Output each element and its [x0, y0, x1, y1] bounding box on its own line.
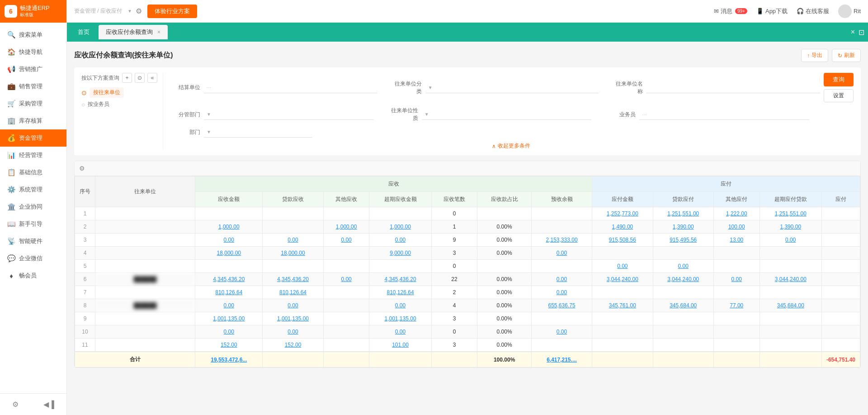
cell-num-link[interactable]: 0.00	[323, 273, 369, 286]
cell-num-link[interactable]: 915,508.56	[592, 234, 653, 247]
cell-num-link[interactable]: 4,345,436.20	[369, 273, 431, 286]
cell-num-link[interactable]: 152.00	[263, 339, 323, 352]
cell-num-link[interactable]: 655,636.75	[531, 299, 592, 312]
cell-num-link[interactable]: 1,001,135.00	[195, 312, 263, 325]
cell-num-link[interactable]: 100.00	[713, 220, 760, 234]
cell-num-link[interactable]: 0.00	[531, 273, 592, 286]
tab-home[interactable]: 首页	[71, 25, 97, 39]
window-expand-icon[interactable]: ⊡	[859, 28, 864, 37]
cell-num-link[interactable]: 3,044,240.00	[760, 273, 821, 286]
sidebar-item-hardware[interactable]: 📡 智能硬件	[0, 233, 66, 250]
cell-num-link[interactable]: 810,126.64	[195, 286, 263, 299]
solution-button[interactable]: 体验行业方案	[147, 5, 197, 18]
footer-yingshou-amount[interactable]: 19,553,472,6...	[195, 352, 263, 367]
query-type1-item[interactable]: ⊙ 按往来单位	[81, 87, 157, 98]
cell-num-link[interactable]: 0.00	[323, 234, 369, 247]
sidebar-item-operation[interactable]: 📊 经营管理	[0, 147, 66, 164]
cell-num-link[interactable]: 18,000.00	[263, 247, 323, 260]
back-query-btn[interactable]: «	[147, 73, 157, 83]
query-type2-item[interactable]: ○ 按业务员	[81, 100, 157, 108]
cell-num-link[interactable]: 1,001,135.00	[369, 312, 431, 325]
table-settings-icon[interactable]: ⚙	[79, 165, 85, 172]
cell-num-link[interactable]: 13.00	[713, 234, 760, 247]
cell-num-link[interactable]: 0.00	[369, 234, 431, 247]
dropdown-icon[interactable]: ▼	[127, 9, 132, 14]
cell-num-link[interactable]: 18,000.00	[195, 247, 263, 260]
cell-num-link[interactable]: 101.00	[369, 339, 431, 352]
cell-num-link[interactable]: 0.00	[195, 234, 263, 247]
user-avatar-item[interactable]: Rit	[838, 5, 861, 18]
cell-num-link[interactable]: 1,000.00	[323, 220, 369, 234]
query-button[interactable]: 查询	[824, 73, 854, 86]
cell-num-link[interactable]: 4,345,436.20	[263, 273, 323, 286]
online-service-item[interactable]: 🎧 在线客服	[797, 7, 829, 15]
refresh-button[interactable]: ↻ 刷新	[832, 49, 861, 62]
cell-num-link[interactable]: 1,000.00	[195, 220, 263, 234]
sidebar-item-purchase[interactable]: 🛒 采购管理	[0, 95, 66, 112]
cell-num-link[interactable]: 9,000.00	[369, 247, 431, 260]
jiesuan-input[interactable]: ···	[204, 82, 377, 93]
sidebar-item-wechat[interactable]: 💬 企业微信	[0, 250, 66, 267]
cell-num-link[interactable]: 4,345,436.20	[195, 273, 263, 286]
cell-num-link[interactable]: 0.00	[263, 299, 323, 312]
tab-close-icon[interactable]: ×	[157, 29, 160, 35]
cell-num-link[interactable]: 1,251,551.00	[760, 207, 821, 220]
cell-num-link[interactable]: 915,495.56	[653, 234, 713, 247]
cell-num-link[interactable]: 0.00	[263, 325, 323, 339]
cell-num-link[interactable]: 345,684.00	[760, 299, 821, 312]
sidebar-item-member[interactable]: ♦ 畅会员	[0, 267, 66, 284]
cell-num-link[interactable]: 0.00	[263, 234, 323, 247]
cell-num-link[interactable]: 0.00	[531, 286, 592, 299]
cell-num-link[interactable]: 1,390.00	[760, 220, 821, 234]
cell-num-link[interactable]: 1,252,773.00	[592, 207, 653, 220]
sidebar-item-quick-nav[interactable]: 🏠 快捷导航	[0, 43, 66, 61]
window-close-icon[interactable]: ×	[851, 28, 855, 36]
unit-category-input[interactable]: ▼	[425, 82, 599, 93]
cell-num-link[interactable]: 0.00	[369, 325, 431, 339]
cell-num-link[interactable]: 3,044,240.00	[592, 273, 653, 286]
cell-num-link[interactable]: 345,684.00	[653, 299, 713, 312]
cell-num-link[interactable]: 810,126.64	[369, 286, 431, 299]
set-button[interactable]: 设置	[824, 89, 854, 102]
footer-yingshou-advance[interactable]: 6,417,215....	[531, 352, 592, 367]
sidebar-item-inventory[interactable]: 🏢 库存核算	[0, 112, 66, 129]
cell-num-link[interactable]: 345,761.00	[592, 299, 653, 312]
sidebar-item-guide[interactable]: 📖 新手引导	[0, 215, 66, 233]
cell-num-link[interactable]: 0.00	[195, 299, 263, 312]
settings-query-btn[interactable]: ⊙	[135, 73, 145, 83]
cell-num-link[interactable]: 1,000.00	[369, 220, 431, 234]
salesman-input[interactable]: ···	[639, 109, 809, 120]
cell-num-link[interactable]: 0.00	[713, 273, 760, 286]
cell-num-link[interactable]: 1,222.00	[713, 207, 760, 220]
cell-num-link[interactable]: 0.00	[195, 325, 263, 339]
cell-num-link[interactable]: 1,490.00	[592, 220, 653, 234]
app-download-item[interactable]: 📱 App下载	[756, 7, 788, 15]
dept2-input[interactable]: ▼	[204, 127, 312, 138]
sidebar-item-system[interactable]: ⚙️ 系统管理	[0, 181, 66, 198]
sidebar-item-sales[interactable]: 💼 销售管理	[0, 78, 66, 95]
footer-settings-icon[interactable]: ⚙	[9, 398, 22, 410]
unit-name-input[interactable]	[646, 82, 820, 93]
dept-input[interactable]: ▼	[204, 109, 374, 120]
cell-num-link[interactable]: 152.00	[195, 339, 263, 352]
topbar-settings-icon[interactable]: ⚙	[136, 7, 142, 15]
sidebar-item-basic[interactable]: 📋 基础信息	[0, 164, 66, 181]
sidebar-item-finance[interactable]: 💰 资金管理	[0, 129, 66, 147]
cell-num-link[interactable]: 3,044,240.00	[653, 273, 713, 286]
cell-num-link[interactable]: 0.00	[653, 260, 713, 273]
cell-num-link[interactable]: 1,001,135.00	[263, 312, 323, 325]
tab-receivable[interactable]: 应收应付余额查询 ×	[99, 25, 168, 39]
cell-num-link[interactable]: 0.00	[760, 234, 821, 247]
cell-num-link[interactable]: 77.00	[713, 299, 760, 312]
sidebar-item-marketing[interactable]: 📢 营销推广	[0, 61, 66, 78]
footer-collapse-icon[interactable]: ◀▐	[40, 398, 57, 410]
cell-num-link[interactable]: 0.00	[531, 325, 592, 339]
collapse-button[interactable]: ∧ 收起更多条件	[492, 142, 530, 150]
cell-num-link[interactable]: 0.00	[369, 299, 431, 312]
cell-num-link[interactable]: 810,126.64	[263, 286, 323, 299]
export-button[interactable]: ↑ 导出	[801, 49, 828, 62]
add-query-btn[interactable]: +	[122, 73, 132, 83]
cell-num-link[interactable]: 0.00	[531, 247, 592, 260]
cell-num-link[interactable]: 2,153,333.00	[531, 234, 592, 247]
cell-num-link[interactable]: 1,251,551.00	[653, 207, 713, 220]
